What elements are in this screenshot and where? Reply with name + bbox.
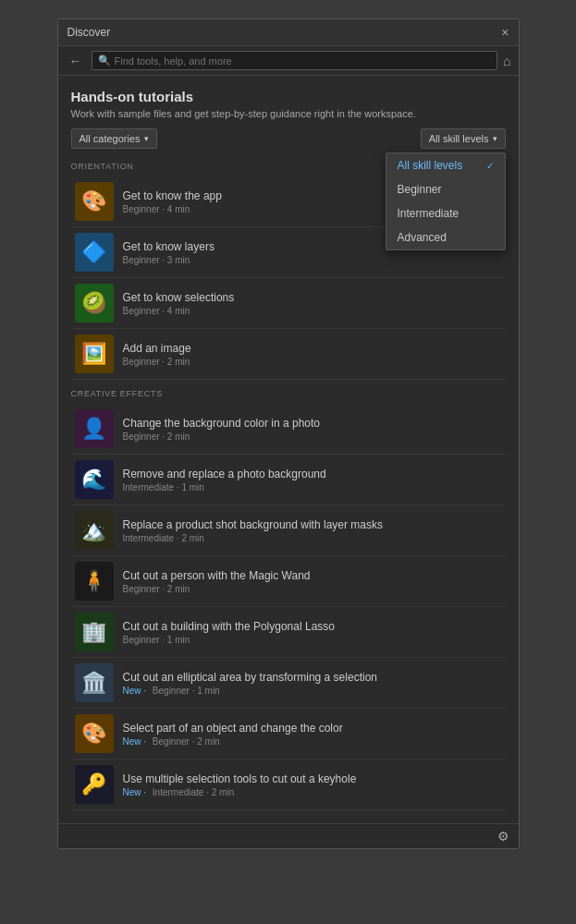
tutorial-meta-cut-out-elliptical: New · Beginner · 1 min bbox=[123, 686, 502, 696]
tutorial-name-change-bg-color: Change the background color in a photo bbox=[123, 417, 502, 430]
tutorial-meta-change-bg-color: Beginner · 2 min bbox=[123, 432, 502, 442]
search-input[interactable] bbox=[115, 55, 492, 67]
settings-button[interactable]: ⚙ bbox=[497, 829, 509, 844]
back-button[interactable]: ← bbox=[66, 52, 86, 70]
toolbar: ← 🔍 ⌂ bbox=[58, 46, 519, 76]
tutorial-thumb-cut-out-magicwand: 🧍 bbox=[75, 562, 114, 601]
tutorial-meta-add-an-image: Beginner · 2 min bbox=[123, 357, 502, 367]
tutorial-thumb-get-to-know-selections: 🥝 bbox=[75, 284, 114, 322]
skill-dropdown-button[interactable]: All skill levels ▾ bbox=[421, 128, 506, 149]
new-badge-cut-out-elliptical: New · bbox=[123, 686, 149, 696]
filters-row: All categories ▾ All skill levels ▾ All … bbox=[71, 128, 506, 149]
tutorial-item-use-multiple-selection[interactable]: 🔑Use multiple selection tools to cut out… bbox=[71, 760, 506, 810]
tutorial-thumb-remove-replace-bg: 🌊 bbox=[75, 460, 114, 499]
tutorial-item-add-an-image[interactable]: 🖼️Add an imageBeginner · 2 min bbox=[71, 329, 506, 380]
skill-option-beginner[interactable]: Beginner bbox=[386, 177, 505, 201]
tutorial-meta-remove-replace-bg: Intermediate · 1 min bbox=[123, 482, 502, 492]
tutorial-info-get-to-know-selections: Get to know selectionsBeginner · 4 min bbox=[123, 291, 502, 316]
tutorial-item-cut-out-magicwand[interactable]: 🧍Cut out a person with the Magic WandBeg… bbox=[71, 556, 506, 607]
tutorial-meta-use-multiple-selection: New · Intermediate · 2 min bbox=[123, 787, 502, 797]
tutorial-name-replace-product-bg: Replace a product shot background with l… bbox=[123, 518, 502, 531]
tutorial-meta-get-to-know-layers: Beginner · 3 min bbox=[123, 255, 502, 265]
tutorial-item-replace-product-bg[interactable]: 🏔️Replace a product shot background with… bbox=[71, 505, 506, 556]
tutorial-item-cut-out-elliptical[interactable]: 🏛️Cut out an elliptical area by transfor… bbox=[71, 658, 506, 709]
tutorial-item-select-part-object[interactable]: 🎨Select part of an object and change the… bbox=[71, 709, 506, 760]
tutorial-info-cut-out-elliptical: Cut out an elliptical area by transformi… bbox=[123, 671, 502, 696]
tutorial-info-change-bg-color: Change the background color in a photoBe… bbox=[123, 417, 502, 442]
panel-wrapper: Discover × ← 🔍 ⌂ Hands-on tutorials Work… bbox=[57, 18, 520, 849]
skill-option-advanced[interactable]: Advanced bbox=[386, 225, 505, 249]
skill-option-all[interactable]: All skill levels ✓ bbox=[386, 153, 505, 177]
tutorial-item-cut-out-polygon[interactable]: 🏢Cut out a building with the Polygonal L… bbox=[71, 607, 506, 658]
check-icon: ✓ bbox=[486, 161, 494, 171]
tutorial-meta-select-part-object: New · Beginner · 2 min bbox=[123, 736, 502, 747]
tutorial-info-cut-out-magicwand: Cut out a person with the Magic WandBegi… bbox=[123, 569, 502, 594]
content-area: Hands-on tutorials Work with sample file… bbox=[58, 76, 519, 823]
tutorial-name-add-an-image: Add an image bbox=[123, 342, 502, 355]
search-icon: 🔍 bbox=[98, 55, 111, 67]
tutorial-meta-cut-out-magicwand: Beginner · 2 min bbox=[123, 584, 502, 594]
section-subtitle: Work with sample files and get step-by-s… bbox=[71, 108, 506, 119]
close-button[interactable]: × bbox=[501, 25, 509, 40]
tutorial-info-add-an-image: Add an imageBeginner · 2 min bbox=[123, 342, 502, 367]
tutorial-item-change-bg-color[interactable]: 👤Change the background color in a photoB… bbox=[71, 404, 506, 455]
sections-container: ORIENTATION🎨Get to know the appBeginner … bbox=[71, 162, 506, 810]
section-title: Hands-on tutorials bbox=[71, 89, 506, 104]
skill-dropdown-menu: All skill levels ✓ Beginner Intermediate… bbox=[386, 152, 506, 250]
tutorial-info-cut-out-polygon: Cut out a building with the Polygonal La… bbox=[123, 620, 502, 645]
skill-option-intermediate[interactable]: Intermediate bbox=[386, 201, 505, 225]
tutorial-meta-replace-product-bg: Intermediate · 2 min bbox=[123, 533, 502, 543]
tutorial-thumb-add-an-image: 🖼️ bbox=[75, 334, 114, 373]
tutorial-info-replace-product-bg: Replace a product shot background with l… bbox=[123, 518, 502, 543]
tutorial-thumb-replace-product-bg: 🏔️ bbox=[75, 511, 114, 550]
tutorial-item-get-to-know-selections[interactable]: 🥝Get to know selectionsBeginner · 4 min bbox=[71, 278, 506, 329]
settings-bar: ⚙ bbox=[58, 823, 519, 848]
tutorial-name-get-to-know-selections: Get to know selections bbox=[123, 291, 502, 304]
titlebar: Discover × bbox=[58, 19, 519, 46]
new-badge-select-part-object: New · bbox=[123, 736, 149, 747]
home-button[interactable]: ⌂ bbox=[503, 54, 510, 68]
tutorial-info-use-multiple-selection: Use multiple selection tools to cut out … bbox=[123, 772, 502, 797]
tutorial-thumb-use-multiple-selection: 🔑 bbox=[75, 765, 114, 804]
tutorial-name-cut-out-magicwand: Cut out a person with the Magic Wand bbox=[123, 569, 502, 582]
tutorial-name-select-part-object: Select part of an object and change the … bbox=[123, 722, 502, 735]
tutorial-thumb-cut-out-elliptical: 🏛️ bbox=[75, 663, 114, 702]
section-header: Hands-on tutorials Work with sample file… bbox=[71, 89, 506, 119]
categories-label: All categories bbox=[80, 133, 141, 144]
tutorial-thumb-get-to-know-app: 🎨 bbox=[75, 182, 114, 221]
search-box: 🔍 bbox=[92, 51, 498, 70]
tutorial-info-remove-replace-bg: Remove and replace a photo backgroundInt… bbox=[123, 468, 502, 492]
tutorial-thumb-change-bg-color: 👤 bbox=[75, 409, 114, 448]
skill-arrow-icon: ▾ bbox=[493, 134, 497, 143]
tutorial-thumb-get-to-know-layers: 🔷 bbox=[75, 233, 114, 272]
categories-arrow-icon: ▾ bbox=[144, 134, 149, 143]
discover-panel: Discover × ← 🔍 ⌂ Hands-on tutorials Work… bbox=[57, 18, 520, 849]
tutorial-name-cut-out-elliptical: Cut out an elliptical area by transformi… bbox=[123, 671, 502, 684]
panel-title: Discover bbox=[67, 26, 111, 39]
new-badge-use-multiple-selection: New · bbox=[123, 787, 149, 797]
tutorial-info-select-part-object: Select part of an object and change the … bbox=[123, 722, 502, 747]
skill-dropdown-wrapper: All skill levels ▾ All skill levels ✓ Be… bbox=[421, 128, 506, 149]
tutorial-thumb-select-part-object: 🎨 bbox=[75, 714, 114, 753]
tutorial-name-remove-replace-bg: Remove and replace a photo background bbox=[123, 468, 502, 480]
category-label-creative-effects: CREATIVE EFFECTS bbox=[71, 389, 506, 398]
categories-dropdown-button[interactable]: All categories ▾ bbox=[71, 128, 157, 149]
tutorial-item-remove-replace-bg[interactable]: 🌊Remove and replace a photo backgroundIn… bbox=[71, 455, 506, 505]
tutorial-meta-cut-out-polygon: Beginner · 1 min bbox=[123, 635, 502, 645]
tutorial-name-use-multiple-selection: Use multiple selection tools to cut out … bbox=[123, 772, 502, 785]
skill-label: All skill levels bbox=[429, 133, 489, 144]
tutorial-meta-get-to-know-selections: Beginner · 4 min bbox=[123, 306, 502, 316]
tutorial-name-cut-out-polygon: Cut out a building with the Polygonal La… bbox=[123, 620, 502, 633]
tutorial-thumb-cut-out-polygon: 🏢 bbox=[75, 613, 114, 651]
